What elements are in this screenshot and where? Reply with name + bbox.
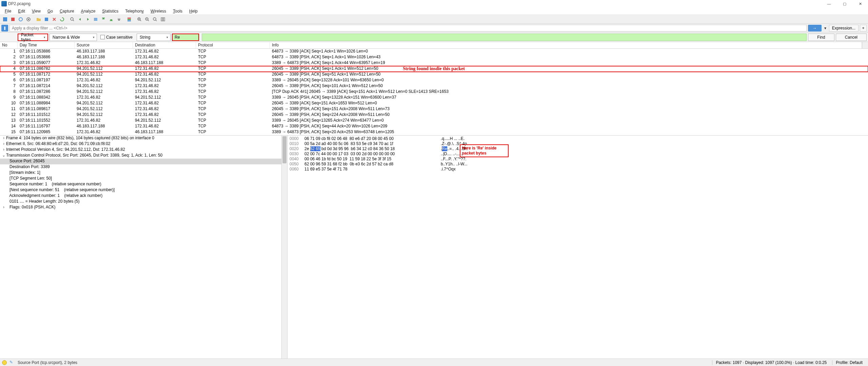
expert-info-icon[interactable] (2, 360, 7, 365)
menu-telephony[interactable]: Telephony (122, 8, 147, 15)
hex-row[interactable]: 004000 06 46 1b fd bc 50 19 11 59 18 22 … (290, 157, 866, 162)
packet-row[interactable]: 1307:16:11.101552172.31.46.8294.201.52.1… (0, 118, 868, 124)
display-filter-bar: ❚ → Expression... + (0, 24, 868, 33)
open-file-icon[interactable] (35, 16, 42, 23)
hex-row[interactable]: 001000 5a 2d a0 40 00 5c 06 83 53 5e c9 … (290, 141, 866, 146)
search-in-dropdown[interactable]: Packet bytes (18, 34, 48, 41)
hex-row[interactable]: 00202e 52 65 bd 0d 3d 95 96 b6 34 12 c0 … (290, 146, 866, 151)
packet-row[interactable]: 307:16:11.059077172.31.46.8246.183.117.1… (0, 60, 868, 66)
col-destination[interactable]: Destination (133, 42, 196, 48)
app-icon (1, 1, 7, 6)
restart-capture-icon[interactable] (17, 16, 24, 23)
maximize-button[interactable]: ▢ (837, 0, 852, 7)
stop-capture-icon[interactable] (9, 16, 17, 23)
search-type-dropdown[interactable]: String (137, 34, 171, 41)
menu-file[interactable]: File (1, 8, 15, 15)
apply-filter-button[interactable]: → (808, 25, 822, 32)
menu-capture[interactable]: Capture (56, 8, 78, 15)
details-scrollbar[interactable] (281, 136, 287, 359)
svg-rect-5 (45, 18, 48, 21)
col-info[interactable]: Info (270, 42, 862, 48)
packet-list[interactable]: String found insdie this packet 107:16:1… (0, 49, 868, 135)
minimize-button[interactable]: — (821, 0, 837, 7)
packet-details-pane[interactable]: ›Frame 4: 104 bytes on wire (832 bits), … (0, 136, 288, 359)
detail-line[interactable]: [Stream index: 1] (0, 170, 287, 176)
col-source[interactable]: Source (75, 42, 133, 48)
hex-row[interactable]: 003002 00 7c 44 00 00 17 03 03 00 2d 00 … (290, 151, 866, 157)
close-file-icon[interactable] (51, 16, 58, 23)
menu-statistics[interactable]: Statistics (99, 8, 122, 15)
menu-view[interactable]: View (28, 8, 44, 15)
status-profile[interactable]: Profile: Default (832, 360, 866, 365)
detail-line[interactable]: 0101 .... = Header Length: 20 bytes (5) (0, 199, 287, 205)
filter-bookmark-icon[interactable]: ❚ (1, 25, 8, 32)
find-packet-icon[interactable] (68, 16, 76, 23)
col-protocol[interactable]: Protocol (196, 42, 270, 48)
resize-columns-icon[interactable] (159, 16, 166, 23)
packet-row[interactable]: 1007:16:11.08898494.201.52.112172.31.46.… (0, 101, 868, 106)
case-sensitive-checkbox[interactable]: Case sensitive (100, 35, 133, 40)
packet-row[interactable]: 807:16:11.08728694.201.52.112172.31.46.8… (0, 89, 868, 95)
reload-icon[interactable] (58, 16, 66, 23)
go-to-packet-icon[interactable] (92, 16, 99, 23)
go-forward-icon[interactable] (84, 16, 92, 23)
col-time[interactable]: Day Time (18, 42, 75, 48)
zoom-reset-icon[interactable] (151, 16, 159, 23)
packet-row[interactable]: 1507:16:11.120985172.31.46.8246.183.117.… (0, 129, 868, 135)
detail-line[interactable]: Sequence number: 1 (relative sequence nu… (0, 182, 287, 187)
colorize-icon[interactable] (125, 16, 133, 23)
packet-row[interactable]: 607:16:11.087197172.31.46.8294.201.52.11… (0, 78, 868, 83)
hex-row[interactable]: 005062 00 96 59 31 68 f2 bb 0b e3 6c 2d … (290, 162, 866, 167)
packet-row[interactable]: 707:16:11.08721494.201.52.112172.31.46.8… (0, 83, 868, 89)
packet-row[interactable]: 1207:16:11.10151294.201.52.112172.31.46.… (0, 112, 868, 118)
svg-rect-1 (11, 18, 15, 21)
detail-line[interactable]: [TCP Segment Len: 50] (0, 176, 287, 182)
expression-button[interactable]: Expression... (829, 25, 859, 32)
menu-tools[interactable]: Tools (170, 8, 186, 15)
search-value-input[interactable]: Re (172, 34, 199, 41)
detail-line[interactable]: ⌄Transmission Control Protocol, Src Port… (0, 153, 287, 159)
packet-row[interactable]: 507:16:11.08717294.201.52.112172.31.46.8… (0, 72, 868, 78)
go-back-icon[interactable] (76, 16, 84, 23)
packet-row[interactable]: 1107:16:11.08981794.201.52.112172.31.46.… (0, 106, 868, 112)
menu-wireless[interactable]: Wireless (147, 8, 170, 15)
auto-scroll-icon[interactable] (115, 16, 123, 23)
capture-options-icon[interactable] (25, 16, 32, 23)
menu-analyze[interactable]: Analyze (78, 8, 99, 15)
go-last-icon[interactable] (107, 16, 115, 23)
packet-row[interactable]: 107:16:11.05388646.183.117.188172.31.46.… (0, 49, 868, 55)
detail-line[interactable]: ›Internet Protocol Version 4, Src: 94.20… (0, 147, 287, 153)
status-packets: Packets: 1097 · Displayed: 1097 (100.0%)… (712, 360, 830, 365)
start-capture-icon[interactable] (1, 16, 9, 23)
detail-line[interactable]: Source Port: 26045 (0, 159, 287, 164)
charset-dropdown[interactable]: Narrow & Wide (50, 34, 97, 41)
zoom-out-icon[interactable] (143, 16, 151, 23)
add-filter-button[interactable]: + (860, 25, 867, 32)
detail-line[interactable]: ›Frame 4: 104 bytes on wire (832 bits), … (0, 136, 287, 141)
detail-line[interactable]: Destination Port: 3389 (0, 164, 287, 170)
col-no[interactable]: No (0, 42, 18, 48)
detail-line[interactable]: [Next sequence number: 51 (relative sequ… (0, 187, 287, 193)
list-scrollbar[interactable] (862, 42, 868, 48)
detail-line[interactable]: ›Ethernet II, Src: 06:48:80:e6:d7:20, Ds… (0, 141, 287, 147)
hex-row[interactable]: 006011 69 e5 37 5e 4f 71 78.i.7^Oqx (290, 167, 866, 172)
packet-row[interactable]: 1407:16:11.11679746.183.117.188172.31.46… (0, 124, 868, 129)
detail-line[interactable]: Acknowledgment number: 1 (relative ack n… (0, 193, 287, 199)
packet-row[interactable]: 207:16:11.05388646.183.117.188172.31.46.… (0, 55, 868, 60)
close-button[interactable]: ✕ (852, 0, 868, 7)
edit-icon[interactable]: ✎ (9, 360, 15, 365)
menu-go[interactable]: Go (44, 8, 56, 15)
menu-edit[interactable]: Edit (15, 8, 28, 15)
svg-rect-11 (110, 20, 113, 21)
packet-bytes-pane[interactable]: 000006 71 09 cb f8 02 06 48 80 e6 d7 20 … (288, 136, 868, 359)
go-first-icon[interactable] (100, 16, 107, 23)
find-button[interactable]: Find (808, 34, 834, 41)
hex-row[interactable]: 000006 71 09 cb f8 02 06 48 80 e6 d7 20 … (290, 136, 866, 141)
packet-row[interactable]: 907:16:11.088342172.31.46.8294.201.52.11… (0, 95, 868, 101)
menu-help[interactable]: Help (186, 8, 201, 15)
detail-line[interactable]: › Flags: 0x018 (PSH, ACK) (0, 205, 287, 210)
cancel-button[interactable]: Cancel (836, 34, 867, 41)
display-filter-input[interactable] (9, 25, 807, 32)
zoom-in-icon[interactable] (136, 16, 143, 23)
save-file-icon[interactable] (43, 16, 50, 23)
